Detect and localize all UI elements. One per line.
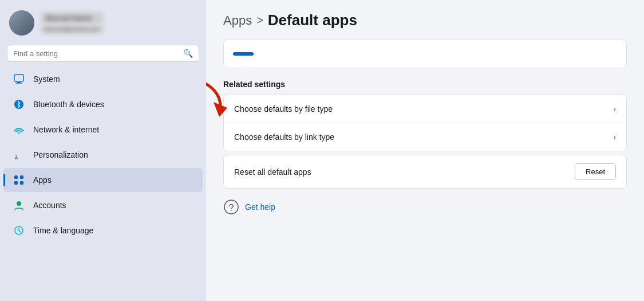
avatar[interactable] — [9, 10, 34, 36]
accounts-icon — [13, 199, 25, 212]
sidebar-item-personalization-label: Personalization — [33, 150, 88, 159]
svg-rect-10 — [14, 181, 18, 185]
top-card-blue-bar — [233, 52, 254, 56]
file-type-row[interactable]: Choose defaults by file type › — [224, 95, 626, 123]
sidebar-item-personalization[interactable]: Personalization — [3, 143, 203, 167]
svg-point-5 — [18, 132, 20, 134]
reset-card: Reset all default apps Reset — [223, 155, 627, 189]
sidebar-item-bluetooth[interactable]: ᛒ Bluetooth & devices — [3, 92, 203, 116]
reset-label: Reset all default apps — [234, 167, 575, 177]
help-icon: ? — [223, 199, 239, 215]
search-input[interactable] — [13, 49, 179, 58]
svg-rect-0 — [14, 75, 23, 81]
user-name: Blurred Name — [41, 13, 103, 24]
sidebar-item-accounts-label: Accounts — [33, 201, 66, 210]
svg-rect-11 — [20, 181, 23, 185]
search-container: 🔍 — [0, 42, 206, 67]
svg-rect-6 — [15, 157, 17, 159]
section-label-related: Related settings — [223, 80, 627, 89]
svg-rect-9 — [20, 175, 23, 179]
network-icon — [13, 123, 25, 136]
user-email: blurred@email.com — [41, 25, 103, 33]
apps-icon — [13, 174, 25, 186]
user-profile-section: Blurred Name blurred@email.com — [0, 0, 206, 42]
sidebar-item-accounts[interactable]: Accounts — [3, 193, 203, 217]
chevron-right-icon: › — [613, 104, 616, 114]
page-header: Apps > Default apps — [223, 0, 627, 40]
breadcrumb[interactable]: Apps — [223, 13, 252, 28]
svg-point-12 — [17, 201, 21, 206]
sidebar-item-apps-label: Apps — [33, 175, 52, 185]
sidebar-item-apps[interactable]: Apps — [3, 168, 203, 192]
file-type-label: Choose defaults by file type — [234, 104, 613, 114]
top-card — [223, 40, 627, 68]
sidebar-item-network[interactable]: Network & internet — [3, 118, 203, 142]
chevron-right-icon-2: › — [613, 132, 616, 142]
get-help-row[interactable]: ? Get help — [223, 192, 627, 215]
reset-button[interactable]: Reset — [575, 163, 616, 180]
svg-rect-8 — [14, 175, 18, 179]
bluetooth-icon: ᛒ — [13, 98, 25, 111]
sidebar: Blurred Name blurred@email.com 🔍 System … — [0, 0, 206, 301]
related-settings-card: Choose defaults by file type › Choose de… — [223, 95, 627, 151]
personalization-icon — [13, 148, 25, 161]
sidebar-item-time[interactable]: Time & language — [3, 218, 203, 243]
sidebar-item-system[interactable]: System — [3, 67, 203, 91]
time-icon — [13, 224, 25, 237]
user-info: Blurred Name blurred@email.com — [41, 13, 103, 33]
page-title: Default apps — [268, 11, 357, 29]
search-box[interactable]: 🔍 — [7, 45, 199, 62]
get-help-label: Get help — [245, 202, 275, 212]
main-content: Apps > Default apps Related settings Cho… — [206, 0, 644, 301]
svg-line-15 — [19, 230, 21, 232]
svg-text:?: ? — [229, 203, 234, 213]
system-icon — [13, 73, 25, 85]
reset-row: Reset all default apps Reset — [224, 155, 626, 188]
sidebar-item-bluetooth-label: Bluetooth & devices — [33, 100, 104, 109]
sidebar-item-system-label: System — [33, 75, 60, 84]
link-type-label: Choose defaults by link type — [234, 132, 613, 142]
sidebar-item-time-label: Time & language — [33, 226, 93, 235]
search-icon: 🔍 — [183, 49, 193, 58]
svg-text:ᛒ: ᛒ — [17, 100, 21, 109]
link-type-row[interactable]: Choose defaults by link type › — [224, 123, 626, 151]
breadcrumb-separator: > — [256, 14, 263, 27]
sidebar-item-network-label: Network & internet — [33, 125, 99, 134]
